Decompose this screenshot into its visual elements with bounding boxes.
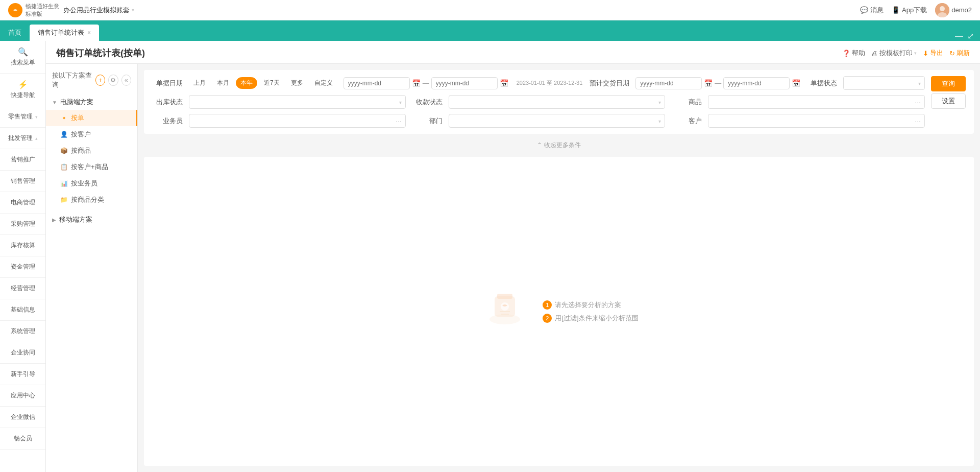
expected-date-end-cal-icon[interactable]: 📅 bbox=[792, 79, 800, 87]
filter-item-by-order[interactable]: 🔸 按单 bbox=[46, 110, 137, 126]
pc-group-triangle-icon: ▼ bbox=[52, 100, 57, 105]
condition-row-people: 业务员 ··· 部门 ▾ 客户 bbox=[152, 114, 925, 128]
out-status-select[interactable] bbox=[189, 95, 406, 109]
date-btn-this-month[interactable]: 本月 bbox=[212, 77, 234, 89]
search-conditions: 单据日期 上月 本月 本年 近7天 更多 自定义 bbox=[144, 70, 974, 134]
finance-label: 资金管理 bbox=[11, 263, 35, 271]
sidebar-item-appstore[interactable]: 应用中心 bbox=[0, 385, 45, 407]
customer-dots-icon[interactable]: ··· bbox=[915, 117, 921, 125]
refresh-btn[interactable]: ↻ 刷新 bbox=[949, 49, 970, 58]
filter-add-btn[interactable]: + bbox=[95, 75, 105, 86]
quicknav-icon: ⚡ bbox=[18, 80, 28, 89]
message-btn[interactable]: 💬 消息 bbox=[860, 6, 884, 15]
sidebar-item-wechat[interactable]: 企业微信 bbox=[0, 407, 45, 428]
user-avatar-area[interactable]: demo2 bbox=[935, 3, 972, 17]
date-start-input[interactable] bbox=[344, 77, 410, 89]
print-btn[interactable]: 🖨 按模板打印 ▾ bbox=[871, 49, 917, 58]
product-input[interactable] bbox=[708, 95, 925, 109]
date-btn-last7days[interactable]: 近7天 bbox=[259, 77, 284, 89]
filter-panel-header: 按以下方案查询 + ⚙ « bbox=[46, 68, 137, 92]
query-btn[interactable]: 查询 bbox=[931, 76, 966, 91]
svg-rect-6 bbox=[497, 294, 512, 299]
filter-group-pc-header[interactable]: ▼ 电脑端方案 bbox=[46, 95, 137, 110]
sidebar-item-wholesale[interactable]: 批发管理 ▴ bbox=[0, 128, 45, 149]
sidebar-item-sales[interactable]: 销售管理 bbox=[0, 171, 45, 192]
export-btn[interactable]: ⬇ 导出 bbox=[923, 49, 943, 58]
app-download-icon: 📱 bbox=[892, 6, 900, 14]
main-layout: 🔍 搜索菜单 ⚡ 快捷导航 零售管理 ▾ 批发管理 ▴ 营销推广 销售管理 电商… bbox=[0, 41, 980, 472]
expected-date-start-input[interactable] bbox=[635, 77, 702, 89]
tab-home[interactable]: 首页 bbox=[0, 25, 30, 41]
tab-close-icon[interactable]: × bbox=[87, 29, 91, 36]
sidebar-item-system[interactable]: 系统管理 bbox=[0, 321, 45, 342]
svg-point-2 bbox=[940, 6, 945, 11]
collapse-label: ⌃ 收起更多条件 bbox=[537, 141, 580, 149]
filter-item-by-product[interactable]: 📦 按商品 bbox=[46, 143, 137, 159]
top-bar-right: 💬 消息 📱 App下载 demo2 bbox=[860, 3, 972, 17]
expected-date-start-cal-icon[interactable]: 📅 bbox=[704, 79, 713, 87]
by-salesperson-label: 按业务员 bbox=[71, 179, 97, 188]
sidebar-item-operation[interactable]: 经营管理 bbox=[0, 278, 45, 299]
filter-setting-btn[interactable]: ⚙ bbox=[108, 75, 118, 86]
payment-status-select[interactable] bbox=[449, 95, 666, 109]
window-maximize-btn[interactable]: ⤢ bbox=[967, 31, 974, 41]
filter-collapse-btn[interactable]: « bbox=[121, 75, 131, 86]
by-cust-prod-icon: 📋 bbox=[60, 163, 68, 171]
salesperson-input[interactable] bbox=[189, 114, 406, 128]
sidebar-item-ecommerce[interactable]: 电商管理 bbox=[0, 192, 45, 214]
filter-item-by-customer[interactable]: 👤 按客户 bbox=[46, 126, 137, 143]
query-btns: 查询 设置 bbox=[931, 76, 966, 109]
expected-date-input-area: 📅 — 📅 bbox=[635, 77, 800, 89]
window-minimize-btn[interactable]: — bbox=[955, 32, 963, 41]
sidebar-item-quicknav[interactable]: ⚡ 快捷导航 bbox=[0, 74, 45, 106]
tab-sales-order-stat[interactable]: 销售订单统计表 × bbox=[30, 25, 99, 41]
date-btn-custom[interactable]: 自定义 bbox=[310, 77, 337, 89]
filter-group-mobile-header[interactable]: ▶ 移动端方案 bbox=[46, 212, 137, 227]
inner-layout: 按以下方案查询 + ⚙ « ▼ 电脑端方案 🔸 按单 👤 bbox=[46, 64, 980, 472]
member-label: 畅会员 bbox=[14, 434, 32, 443]
app-download-btn[interactable]: 📱 App下载 bbox=[892, 6, 927, 15]
by-customer-icon: 👤 bbox=[60, 131, 68, 138]
expected-date-end-input[interactable] bbox=[723, 77, 790, 89]
main-right: 单据日期 上月 本月 本年 近7天 更多 自定义 bbox=[138, 64, 980, 472]
export-label: 导出 bbox=[930, 49, 943, 58]
by-order-icon: 🔸 bbox=[60, 114, 68, 122]
date-label: 单据日期 bbox=[152, 79, 183, 88]
collapse-row[interactable]: ⌃ 收起更多条件 bbox=[144, 138, 974, 153]
date-btn-last-month[interactable]: 上月 bbox=[189, 77, 210, 89]
breadcrumb[interactable]: 办公用品行业模拟账套 ▾ bbox=[63, 6, 134, 15]
help-btn[interactable]: ❓ 帮助 bbox=[842, 49, 865, 58]
filter-item-by-category[interactable]: 📁 按商品分类 bbox=[46, 192, 137, 208]
salesperson-input-wrap: ··· bbox=[189, 114, 406, 128]
date-start-calendar-icon[interactable]: 📅 bbox=[412, 79, 421, 87]
salesperson-dots-icon[interactable]: ··· bbox=[396, 117, 402, 125]
tab-bar: 首页 销售订单统计表 × — ⤢ bbox=[0, 20, 980, 41]
filter-item-by-salesperson[interactable]: 📊 按业务员 bbox=[46, 175, 137, 192]
order-status-select[interactable] bbox=[843, 76, 925, 90]
customer-input[interactable] bbox=[708, 114, 925, 128]
out-status-select-wrap: ▾ bbox=[189, 95, 406, 109]
retail-arrow-icon: ▾ bbox=[35, 114, 38, 120]
sidebar-item-base[interactable]: 基础信息 bbox=[0, 299, 45, 321]
mobile-group-triangle-icon: ▶ bbox=[52, 217, 56, 223]
date-btn-this-year[interactable]: 本年 bbox=[236, 77, 257, 89]
tip-text-1: 请先选择要分析的方案 bbox=[555, 300, 621, 310]
department-select[interactable] bbox=[449, 114, 666, 128]
product-dots-icon[interactable]: ··· bbox=[915, 98, 921, 106]
sidebar-item-purchase[interactable]: 采购管理 bbox=[0, 214, 45, 235]
date-end-calendar-icon[interactable]: 📅 bbox=[500, 79, 508, 87]
sidebar-item-finance[interactable]: 资金管理 bbox=[0, 256, 45, 278]
date-end-input[interactable] bbox=[431, 77, 498, 89]
sidebar-item-inventory[interactable]: 库存核算 bbox=[0, 235, 45, 256]
sidebar-item-search[interactable]: 🔍 搜索菜单 bbox=[0, 41, 45, 74]
sidebar-item-retail[interactable]: 零售管理 ▾ bbox=[0, 106, 45, 128]
product-input-wrap: ··· bbox=[708, 95, 925, 109]
sidebar-item-enterprise[interactable]: 企业协同 bbox=[0, 342, 45, 364]
sidebar-item-marketing[interactable]: 营销推广 bbox=[0, 149, 45, 171]
message-icon: 💬 bbox=[860, 6, 868, 14]
filter-item-by-cust-prod[interactable]: 📋 按客户+商品 bbox=[46, 159, 137, 175]
sidebar-item-member[interactable]: 畅会员 bbox=[0, 428, 45, 450]
setting-btn[interactable]: 设置 bbox=[931, 93, 966, 109]
sidebar-item-guide[interactable]: 新手引导 bbox=[0, 364, 45, 385]
date-btn-more[interactable]: 更多 bbox=[286, 77, 308, 89]
